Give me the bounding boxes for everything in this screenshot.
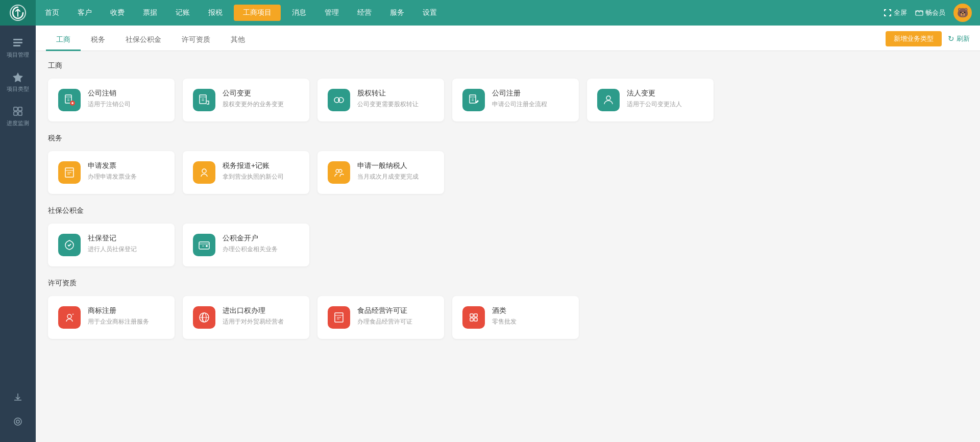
nav-item-经营[interactable]: 经营 xyxy=(348,0,381,26)
card-desc-text: 零售批发 xyxy=(492,317,569,326)
svg-rect-7 xyxy=(14,112,17,115)
card-icon-申请发票 xyxy=(58,161,81,184)
nav-items: 首页客户收费票据记账报税工商项目消息管理经营服务设置 xyxy=(36,0,884,26)
nav-right: 全屏 畅会员 🐻 xyxy=(884,4,980,22)
section-许可资质: 许可资质商标注册用于企业商标注册服务进出口权办理适用于对外贸易经营者食品经营许可… xyxy=(48,279,968,339)
vip-btn[interactable]: 畅会员 xyxy=(915,8,945,17)
section-税务: 税务申请发票办理申请发票业务税务报道+记账拿到营业执照的新公司申请一般纳税人当月… xyxy=(48,134,968,194)
nav-item-首页[interactable]: 首页 xyxy=(36,0,68,26)
card-申请一般纳税人[interactable]: 申请一般纳税人当月或次月成变更完成 xyxy=(317,151,444,194)
card-desc-text: 办理申请发票业务 xyxy=(88,173,164,181)
nav-item-管理[interactable]: 管理 xyxy=(315,0,348,26)
card-酒类[interactable]: 酒类零售批发 xyxy=(452,296,579,339)
svg-rect-28 xyxy=(470,314,473,317)
card-税务报道+记账[interactable]: 税务报道+记账拿到营业执照的新公司 xyxy=(183,151,309,194)
section-title: 许可资质 xyxy=(48,279,968,288)
svg-point-9 xyxy=(14,418,21,425)
svg-rect-8 xyxy=(18,112,22,115)
nav-item-工商项目[interactable]: 工商项目 xyxy=(234,5,281,21)
sidebar-item-project-management[interactable]: 项目管理 xyxy=(0,31,36,65)
location-icon xyxy=(12,415,24,428)
progress-monitor-icon xyxy=(12,105,24,117)
svg-rect-31 xyxy=(474,318,477,321)
sidebar-item-location[interactable] xyxy=(0,409,36,434)
nav-item-记账[interactable]: 记账 xyxy=(166,0,199,26)
tabs: 工商 税务 社保公积金 许可资质 其他 xyxy=(46,26,255,51)
card-icon-公司注销 xyxy=(58,89,81,111)
tab-gongshang[interactable]: 工商 xyxy=(46,30,81,51)
card-desc-text: 申请公司注册全流程 xyxy=(492,100,569,109)
card-desc-text: 拿到营业执照的新公司 xyxy=(223,173,299,181)
svg-rect-30 xyxy=(470,318,473,321)
sidebar-bottom xyxy=(0,385,36,442)
tab-xuke[interactable]: 许可资质 xyxy=(172,30,220,51)
tab-actions: 新增业务类型 ↻ 刷新 xyxy=(886,31,970,51)
card-desc-text: 适用于对外贸易经营者 xyxy=(223,317,299,326)
card-desc-text: 办理食品经营许可证 xyxy=(357,317,434,326)
tab-shuiwu[interactable]: 税务 xyxy=(81,30,115,51)
card-desc-text: 适用于公司变更法人 xyxy=(627,100,703,109)
cards-grid: 申请发票办理申请发票业务税务报道+记账拿到营业执照的新公司申请一般纳税人当月或次… xyxy=(48,151,968,194)
card-icon-公积金开户 xyxy=(193,234,215,256)
card-desc-text: 当月或次月成变更完成 xyxy=(357,173,434,181)
card-公积金开户[interactable]: 公积金开户办理公积金相关业务 xyxy=(183,224,309,266)
sidebar-item-project-type[interactable]: 项目类型 xyxy=(0,65,36,99)
card-title-text: 公司注册 xyxy=(492,89,569,98)
card-公司变更[interactable]: 公司变更股权变更外的业务变更 xyxy=(183,79,309,121)
content-area: 工商 税务 社保公积金 许可资质 其他 新增业务类型 ↻ xyxy=(36,26,980,442)
nav-item-设置[interactable]: 设置 xyxy=(413,0,446,26)
card-title-text: 公司注销 xyxy=(88,89,164,98)
card-社保登记[interactable]: 社保登记进行人员社保登记 xyxy=(48,224,175,266)
card-desc-text: 办理公积金相关业务 xyxy=(223,245,299,254)
card-公司注销[interactable]: 公司注销适用于注销公司 xyxy=(48,79,175,121)
nav-item-报税[interactable]: 报税 xyxy=(199,0,232,26)
svg-rect-29 xyxy=(474,314,477,317)
add-business-type-button[interactable]: 新增业务类型 xyxy=(886,31,942,46)
nav-item-服务[interactable]: 服务 xyxy=(381,0,413,26)
refresh-icon: ↻ xyxy=(948,34,954,43)
card-股权转让[interactable]: 股权转让公司变更需要股权转让 xyxy=(317,79,444,121)
sidebar-item-progress-monitor[interactable]: 进度监测 xyxy=(0,99,36,133)
cards-grid: 社保登记进行人员社保登记公积金开户办理公积金相关业务 xyxy=(48,224,968,266)
card-icon-申请一般纳税人 xyxy=(328,161,350,184)
svg-point-17 xyxy=(606,96,610,100)
tab-bar: 工商 税务 社保公积金 许可资质 其他 新增业务类型 ↻ xyxy=(36,26,980,51)
page-content: 工商公司注销适用于注销公司公司变更股权变更外的业务变更股权转让公司变更需要股权转… xyxy=(36,51,980,442)
card-title-text: 股权转让 xyxy=(357,89,434,98)
svg-rect-22 xyxy=(199,242,209,249)
project-type-icon xyxy=(12,71,24,83)
refresh-button[interactable]: ↻ 刷新 xyxy=(948,34,970,43)
section-title: 社保公积金 xyxy=(48,206,968,215)
nav-item-消息[interactable]: 消息 xyxy=(283,0,315,26)
sidebar-item-download[interactable] xyxy=(0,385,36,409)
card-商标注册[interactable]: 商标注册用于企业商标注册服务 xyxy=(48,296,175,339)
card-title-text: 食品经营许可证 xyxy=(357,306,434,315)
tab-shebao[interactable]: 社保公积金 xyxy=(115,30,172,51)
card-title-text: 进出口权办理 xyxy=(223,306,299,315)
main-layout: 项目管理 项目类型 进度监测 xyxy=(0,26,980,442)
svg-point-19 xyxy=(202,169,206,173)
nav-item-客户[interactable]: 客户 xyxy=(68,0,101,26)
card-desc-text: 公司变更需要股权转让 xyxy=(357,100,434,109)
sidebar: 项目管理 项目类型 进度监测 xyxy=(0,26,36,442)
card-icon-酒类 xyxy=(462,306,485,329)
tab-other[interactable]: 其他 xyxy=(220,30,255,51)
card-title-text: 公积金开户 xyxy=(223,234,299,243)
card-icon-税务报道+记账 xyxy=(193,161,215,184)
card-icon-法人变更 xyxy=(597,89,620,111)
card-公司注册[interactable]: 公司注册申请公司注册全流程 xyxy=(452,79,579,121)
nav-item-收费[interactable]: 收费 xyxy=(101,0,134,26)
card-title-text: 商标注册 xyxy=(88,306,164,315)
card-食品经营许可证[interactable]: 食品经营许可证办理食品经营许可证 xyxy=(317,296,444,339)
fullscreen-btn[interactable]: 全屏 xyxy=(884,8,907,17)
nav-item-票据[interactable]: 票据 xyxy=(134,0,166,26)
logo-area xyxy=(0,0,36,26)
card-title-text: 公司变更 xyxy=(223,89,299,98)
card-进出口权办理[interactable]: 进出口权办理适用于对外贸易经营者 xyxy=(183,296,309,339)
svg-rect-2 xyxy=(13,42,22,43)
card-申请发票[interactable]: 申请发票办理申请发票业务 xyxy=(48,151,175,194)
card-desc-text: 适用于注销公司 xyxy=(88,100,164,109)
card-title-text: 申请发票 xyxy=(88,161,164,170)
card-icon-公司注册 xyxy=(462,89,485,111)
card-法人变更[interactable]: 法人变更适用于公司变更法人 xyxy=(587,79,714,121)
